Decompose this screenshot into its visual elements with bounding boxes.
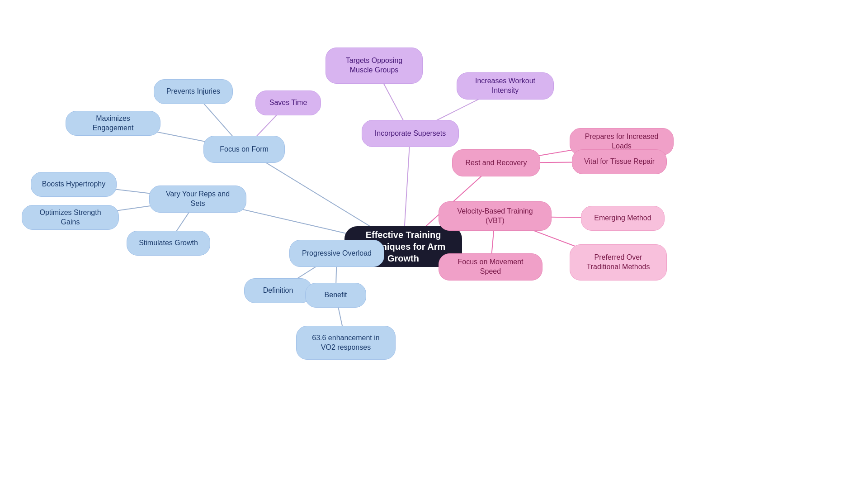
boosts-hypertrophy-node[interactable]: Boosts Hypertrophy <box>31 172 117 197</box>
preferred-traditional-node[interactable]: Preferred Over Traditional Methods <box>570 244 667 281</box>
emerging-method-node[interactable]: Emerging Method <box>581 206 665 231</box>
focus-form-label: Focus on Form <box>220 145 269 154</box>
targets-opposing-label: Targets Opposing Muscle Groups <box>335 56 413 75</box>
stimulates-growth-node[interactable]: Stimulates Growth <box>127 231 210 256</box>
prevents-injuries-label: Prevents Injuries <box>166 87 220 96</box>
focus-movement-node[interactable]: Focus on Movement Speed <box>439 253 542 281</box>
maximizes-engagement-node[interactable]: Maximizes Engagement <box>66 111 160 136</box>
svg-line-7 <box>175 210 190 233</box>
svg-line-13 <box>382 81 404 121</box>
svg-line-10 <box>336 267 336 283</box>
stimulates-growth-label: Stimulates Growth <box>139 238 198 248</box>
vary-reps-label: Vary Your Reps and Sets <box>159 190 237 209</box>
progressive-overload-node[interactable]: Progressive Overload <box>289 240 384 267</box>
increases-workout-label: Increases Workout Intensity <box>466 76 544 95</box>
definition-node[interactable]: Definition <box>244 278 312 303</box>
increases-workout-node[interactable]: Increases Workout Intensity <box>457 72 554 100</box>
saves-time-label: Saves Time <box>269 98 307 108</box>
optimizes-strength-node[interactable]: Optimizes Strength Gains <box>22 205 119 230</box>
incorporate-supersets-label: Incorporate Supersets <box>375 129 446 138</box>
rest-recovery-label: Rest and Recovery <box>465 158 527 168</box>
vary-reps-node[interactable]: Vary Your Reps and Sets <box>149 186 246 213</box>
svg-line-12 <box>405 147 410 226</box>
svg-line-1 <box>202 101 235 139</box>
progressive-overload-label: Progressive Overload <box>302 249 372 258</box>
maximizes-engagement-label: Maximizes Engagement <box>75 114 151 133</box>
prevents-injuries-node[interactable]: Prevents Injuries <box>154 79 233 104</box>
prepares-loads-label: Prepares for Increased Loads <box>579 132 664 151</box>
vital-tissue-label: Vital for Tissue Repair <box>584 157 655 167</box>
incorporate-supersets-node[interactable]: Incorporate Supersets <box>362 120 459 147</box>
vbt-label: Velocity-Based Training (VBT) <box>448 207 542 226</box>
benefit-node[interactable]: Benefit <box>305 283 366 308</box>
vo2-node[interactable]: 63.6 enhancement in VO2 responses <box>296 326 396 360</box>
optimizes-strength-label: Optimizes Strength Gains <box>31 208 109 227</box>
svg-line-20 <box>492 231 494 253</box>
svg-line-0 <box>256 157 386 236</box>
definition-label: Definition <box>263 286 293 295</box>
svg-line-11 <box>338 307 342 326</box>
focus-movement-label: Focus on Movement Speed <box>448 257 533 276</box>
vital-tissue-node[interactable]: Vital for Tissue Repair <box>572 149 667 174</box>
rest-recovery-node[interactable]: Rest and Recovery <box>452 149 540 176</box>
saves-time-node[interactable]: Saves Time <box>255 90 321 115</box>
vbt-node[interactable]: Velocity-Based Training (VBT) <box>439 201 552 231</box>
benefit-label: Benefit <box>325 290 347 300</box>
vo2-label: 63.6 enhancement in VO2 responses <box>306 333 386 352</box>
focus-form-node[interactable]: Focus on Form <box>203 136 285 163</box>
targets-opposing-node[interactable]: Targets Opposing Muscle Groups <box>326 48 423 84</box>
preferred-traditional-label: Preferred Over Traditional Methods <box>579 253 657 272</box>
emerging-method-label: Emerging Method <box>594 214 651 223</box>
boosts-hypertrophy-label: Boosts Hypertrophy <box>42 180 106 189</box>
